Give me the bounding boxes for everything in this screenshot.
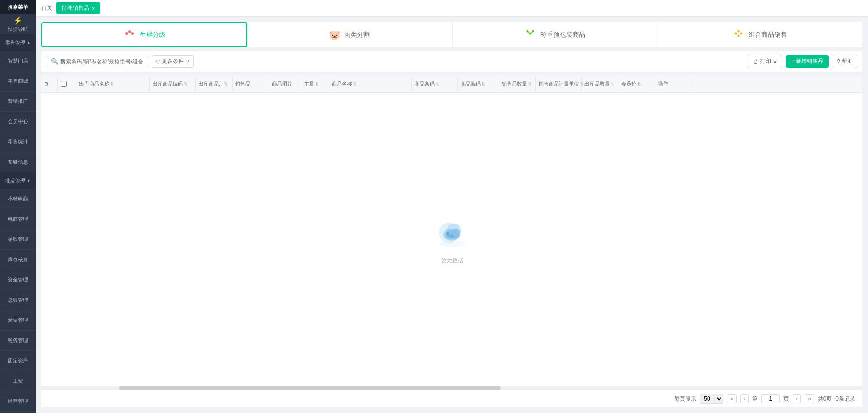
help-button[interactable]: ? 帮助 [833,55,857,68]
th-out-spec: 出库商品... ⇅ [196,77,233,91]
print-label: 打印 [760,57,771,65]
weight-label: 称重预包装商品 [540,31,585,39]
search-input[interactable] [60,58,144,65]
svg-point-1 [128,30,131,33]
sidebar-section-retail[interactable]: 零售管理 ▲ [0,34,36,51]
new-button[interactable]: + 新增销售品 [786,55,829,68]
sidebar-item-label: 快捷导航 [8,26,28,33]
per-page-select[interactable]: 50 10 20 100 [700,394,723,404]
sort-icon-6[interactable]: ⇅ [436,82,439,86]
next-page-button[interactable]: › [793,394,801,403]
scroll-bar-container[interactable] [41,386,862,390]
table-wrapper: ⚙ 出库商品名称 ⇅ 出库商品编码 ⇅ 出库商品... ⇅ [41,75,862,407]
th-image-label: 商品图片 [272,80,292,87]
sidebar-item-salary[interactable]: 工资 [0,371,36,391]
home-link[interactable]: 首页 [41,4,52,12]
main-content: 首页 特殊销售品 × 生鲜分级 🐷 肉类分割 [36,0,868,413]
sidebar-item-members[interactable]: 会员中心 [0,112,36,132]
sidebar-item-ledger[interactable]: 总账管理 [0,290,36,310]
new-label: + 新增销售品 [791,57,823,65]
cat-tab-fresh[interactable]: 生鲜分级 [41,22,247,47]
page-input[interactable] [761,394,780,403]
sidebar-item-quick-nav[interactable]: ⚡ 快捷导航 [0,14,36,34]
th-out-spec-label: 出库商品... [199,80,223,87]
prev-page-button[interactable]: ‹ [740,394,749,403]
sidebar-item-purchase[interactable]: 采购管理 [0,229,36,250]
print-button[interactable]: 🖨 打印 ∨ [748,55,782,68]
purchase-label: 采购管理 [8,236,28,243]
sort-icon-10[interactable]: ⇅ [611,82,614,86]
filter-button[interactable]: ▽ 更多条件 ∨ [152,55,194,68]
th-setting[interactable]: ⚙ [41,77,58,91]
search-icon: 🔍 [51,58,58,65]
special-sales-tab[interactable]: 特殊销售品 × [56,2,100,14]
table-body: 暂无数据 [41,93,862,386]
svg-point-8 [735,33,737,35]
th-product-name: 商品名称 ⇅ [329,77,412,91]
pagination: 每页显示 50 10 20 100 « ‹ 第 页 › » 共0页 0条记录 [41,390,862,407]
sidebar-item-marketing[interactable]: 营销推广 [0,92,36,112]
sort-icon-8[interactable]: ⇅ [528,82,532,86]
tab-label: 特殊销售品 [62,4,89,12]
sidebar-section-wholesale[interactable]: 批发管理 ▼ [0,172,36,189]
th-product-name-label: 商品名称 [332,80,352,87]
total-records: 0条记录 [835,395,855,403]
sidebar-item-basic-info-1[interactable]: 基础信息 [0,152,36,172]
sidebar-item-retail-stats[interactable]: 零售统计 [0,132,36,152]
retail-stats-label: 零售统计 [8,138,28,145]
sidebar-item-finance[interactable]: 资金管理 [0,270,36,290]
empty-state: 暂无数据 [434,214,471,264]
sidebar-item-invoice[interactable]: 发票管理 [0,310,36,331]
sort-icon[interactable]: ⇅ [110,82,114,86]
fresh-icon [123,29,136,41]
th-out-code: 出库商品编码 ⇅ [150,77,196,91]
th-out-name-label: 出库商品名称 [79,80,109,87]
sidebar-item-business[interactable]: 经营管理 [0,391,36,412]
sidebar-item-ecommerce[interactable]: 小畅电商 [0,189,36,209]
tab-close-icon[interactable]: × [92,6,95,11]
sort-icon-5[interactable]: ⇅ [353,82,357,86]
search-box[interactable]: 🔍 [47,56,148,67]
filter-arrow-icon: ∨ [186,58,190,65]
select-all-checkbox[interactable] [61,81,67,87]
sidebar-item-smart-store[interactable]: 智慧门店 [0,51,36,71]
sort-icon-4[interactable]: ⇅ [315,82,319,86]
fixed-assets-label: 固定资产 [8,357,28,364]
sidebar-item-inventory[interactable]: 库存核算 [0,250,36,270]
total-pages: 共0页 [818,395,832,403]
cat-tab-combo[interactable]: 组合商品销售 [658,22,863,47]
topbar: 首页 特殊销售品 × [36,0,868,17]
ecommerce-label: 小畅电商 [8,195,28,202]
content-area: 生鲜分级 🐷 肉类分割 称重预包装商品 [36,17,868,413]
th-out-qty: 出库品数量 ⇅ [582,77,618,91]
sort-icon-2[interactable]: ⇅ [184,82,187,86]
basic-info-1-label: 基础信息 [8,159,28,166]
sort-icon-11[interactable]: ⇅ [637,82,641,86]
th-barcode-label: 商品条码 [414,80,435,87]
sidebar-item-ecommerce-manage[interactable]: 电商管理 [0,209,36,229]
sidebar-item-tax[interactable]: 税务管理 [0,331,36,351]
th-image: 商品图片 [269,77,301,91]
cat-tab-weight[interactable]: 称重预包装商品 [452,22,658,47]
th-checkbox[interactable] [58,77,76,91]
sidebar-logo[interactable]: 搜索菜单 [0,0,36,14]
sort-icon-3[interactable]: ⇅ [224,82,227,86]
meat-label: 肉类分割 [344,31,370,39]
scroll-bar-thumb[interactable] [119,386,501,390]
weight-icon [524,29,537,41]
th-out-qty-label: 出库品数量 [584,80,610,87]
svg-line-6 [528,31,530,34]
th-member-price: 会员价 ⇅ [618,77,655,91]
finance-label: 资金管理 [8,276,28,283]
category-tabs: 生鲜分级 🐷 肉类分割 称重预包装商品 [41,22,862,47]
sidebar-item-retail-mall[interactable]: 零售商城 [0,71,36,92]
svg-point-2 [131,32,134,35]
svg-line-7 [530,31,533,34]
sort-icon-7[interactable]: ⇅ [482,82,485,86]
cat-tab-meat[interactable]: 🐷 肉类分割 [247,22,453,47]
tax-label: 税务管理 [8,337,28,344]
th-member-price-label: 会员价 [621,80,636,87]
last-page-button[interactable]: » [805,394,814,403]
first-page-button[interactable]: « [727,394,737,403]
sidebar-item-fixed-assets[interactable]: 固定资产 [0,351,36,371]
